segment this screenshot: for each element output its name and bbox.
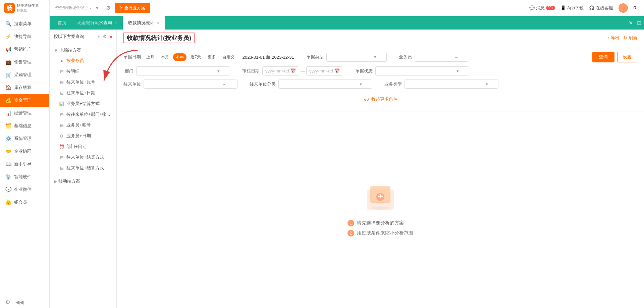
add-scheme-icon[interactable]: + (97, 34, 100, 39)
sidebar-item-wechat[interactable]: 💬 企业微信 (0, 183, 49, 196)
scheme-group-desktop-header[interactable]: ▼ 电脑端方案 (50, 45, 116, 55)
date-tab-more[interactable]: 更多 (205, 53, 218, 61)
sidebar-nav: 🔍 搜索菜单 ⚡ 快捷导航 📢 营销推广 💼 销售管理 🛒 采购管理 🏠 库存核… (0, 16, 49, 296)
tab-collection-close[interactable]: ✕ (156, 20, 160, 25)
salesperson-more-icon[interactable]: ··· (455, 55, 459, 60)
tab-collection[interactable]: 收款情况统计 ✕ (123, 16, 165, 30)
scheme-item-dept-date[interactable]: ⏰ 部门+日期 (50, 141, 116, 152)
voucher-type-arrow-icon: ▼ (373, 55, 377, 59)
sidebar-item-search[interactable]: 🔍 搜索菜单 (0, 17, 49, 30)
date-range-separator: 至 (266, 54, 270, 60)
scheme-item-detail[interactable]: ⊞ 按明细 (50, 66, 116, 77)
partner-settlement1-icon: ⊞ (59, 155, 64, 160)
page-title-bar: 收款情况统计(按业务员) ↑ 导出 ↻ 刷新 (117, 30, 644, 46)
sidebar-item-purchase[interactable]: 🛒 采购管理 (0, 68, 49, 81)
scheme-item-partner-settlement1[interactable]: ⊞ 往来单位+结算方式 (50, 152, 116, 163)
avatar[interactable] (619, 3, 628, 13)
query-button[interactable]: 查询 (592, 52, 614, 62)
empty-icon (360, 179, 400, 213)
top-header: 资金管理/现金银行 › ▼ ⚙ 体验行业方案 💬 消息 99+ 📱 App下载 … (50, 0, 644, 16)
voucher-status-select[interactable]: ▼ (375, 66, 469, 75)
scheme-item-salesperson[interactable]: ● 按业务员 (50, 55, 116, 66)
sidebar-bottom: ⚙ ◀◀ (0, 296, 49, 308)
date-tab-7days[interactable]: 近7天 (188, 53, 204, 61)
settings-scheme-icon[interactable]: ⚙ (103, 34, 107, 39)
date-range-end: 2023-12-31 (272, 55, 294, 60)
salesperson-settlement-icon: 📊 (59, 101, 64, 106)
enterprise-icon: 🤝 (5, 148, 11, 154)
sidebar-item-operation[interactable]: 📊 经营管理 (0, 107, 49, 119)
date-tab-last-month[interactable]: 上月 (144, 53, 157, 61)
sidebar-item-basic[interactable]: 🗂️ 基础信息 (0, 119, 49, 132)
sidebar-item-guide[interactable]: 📖 新手引导 (0, 158, 49, 170)
collapse-conditions-btn[interactable]: ∧∧ 收起更多条件 (123, 93, 637, 106)
date-tab-custom[interactable]: 自定义 (220, 53, 237, 61)
panel-header-icons: + ⚙ « (97, 34, 112, 39)
date-tab-this-year[interactable]: 本年 (173, 53, 186, 61)
svg-point-6 (372, 206, 389, 210)
partner-category-select[interactable]: ▼ (278, 80, 372, 89)
tab-cashflow[interactable]: 现金银行流水查询 ✕ (72, 16, 123, 30)
sidebar-item-finance[interactable]: 💰 资金管理 (0, 94, 49, 107)
hint-item-1: 1 请先选择要分析的方案 (347, 220, 413, 226)
export-action[interactable]: ↑ 导出 (607, 35, 620, 41)
settings-bottom-icon[interactable]: ⚙ (5, 299, 10, 305)
arrow-down-icon: ▼ (54, 48, 58, 53)
business-type-select[interactable]: ▼ (405, 80, 498, 89)
app-download-item[interactable]: 📱 App下载 (560, 5, 584, 11)
collapse-sidebar-icon[interactable]: ◀◀ (15, 299, 23, 305)
panel-header-title: 按以下方案查询 (54, 34, 97, 40)
review-date-end[interactable]: yyyy-mm-dd 📅 (306, 66, 343, 75)
business-type-label: 业务类型 (384, 81, 402, 87)
sidebar-item-quicknav[interactable]: ⚡ 快捷导航 (0, 30, 49, 43)
header-left: 资金管理/现金银行 › ▼ ⚙ 体验行业方案 (55, 3, 150, 13)
dept-select[interactable]: ▼ (136, 66, 230, 75)
review-date-start[interactable]: yyyy-mm-dd 📅 (262, 66, 299, 75)
sidebar-item-marketing[interactable]: 📢 营销推广 (0, 43, 49, 56)
messages-item[interactable]: 💬 消息 99+ (529, 5, 555, 11)
tab-maximize-icon[interactable]: ⊡ (637, 20, 641, 26)
filter-row-3: 往来单位 ··· 往来单位分类 ▼ (123, 80, 637, 89)
salesperson-select[interactable]: ··· (415, 53, 468, 62)
scheme-item-partner-settlement2[interactable]: ⊟ 往来单位+结算方式 (50, 163, 116, 173)
refresh-action[interactable]: ↻ 刷新 (624, 35, 637, 41)
messages-icon: 💬 (529, 5, 535, 10)
date-tab-this-month[interactable]: 本月 (158, 53, 172, 61)
scheme-item-partner-date[interactable]: ⊟ 往来单位+日期 (50, 88, 116, 98)
tab-cashflow-close[interactable]: ✕ (114, 20, 117, 25)
breadcrumb-text: 资金管理/现金银行 (55, 5, 88, 11)
sidebar-item-hardware[interactable]: 📡 智能硬件 (0, 170, 49, 183)
voucher-type-select[interactable]: ▼ (326, 53, 387, 62)
sidebar-item-enterprise[interactable]: 🤝 企业协同 (0, 145, 49, 158)
scheme-item-partner-account[interactable]: ⊟ 往来单位+账号 (50, 77, 116, 88)
breadcrumb-dropdown-icon[interactable]: ▼ (95, 5, 99, 10)
partner-dept-icon: ⊟ (59, 112, 64, 117)
system-icon: ⚙️ (5, 136, 11, 142)
filter-row-2: 部门 ▼ 审核日期 yyyy-mm-dd 📅 (123, 66, 637, 75)
sidebar-item-inventory[interactable]: 🏠 库存核算 (0, 81, 49, 94)
scheme-group-mobile-header[interactable]: ▶ 移动端方案 (50, 176, 116, 186)
hint-item-2: 2 用过滤条件来缩小分析范围 (347, 230, 413, 237)
review-date-group: yyyy-mm-dd 📅 — yyyy-mm-dd 📅 (262, 66, 343, 75)
tab-close-icon[interactable]: ✕ (629, 20, 633, 26)
scheme-item-salesperson-account[interactable]: ⊟ 业务员+账号 (50, 120, 116, 131)
sidebar-item-sales[interactable]: 💼 销售管理 (0, 56, 49, 68)
voucher-type-label: 单据类型 (306, 54, 324, 60)
sidebar-item-member[interactable]: 👑 畅会员 (0, 196, 49, 209)
scheme-item-salesperson-settlement[interactable]: 📊 业务员+结算方式 (50, 98, 116, 109)
partner-select[interactable]: ··· (144, 80, 237, 89)
scheme-item-partner-dept[interactable]: ⊟ 按往来单位+部门+收... (50, 109, 116, 120)
partner-more-icon[interactable]: ··· (221, 82, 228, 87)
online-service-item[interactable]: 🎧 在线客服 (589, 5, 613, 11)
title-actions: ↑ 导出 ↻ 刷新 (607, 35, 638, 41)
trial-button[interactable]: 体验行业方案 (115, 3, 150, 13)
purchase-icon: 🛒 (5, 72, 11, 78)
gear-icon[interactable]: ⚙ (106, 5, 111, 11)
sidebar-item-system[interactable]: ⚙️ 系统管理 (0, 132, 49, 145)
setting-button[interactable]: 设置 (617, 52, 637, 62)
search-icon: 🔍 (5, 21, 11, 27)
collapse-panel-icon[interactable]: « (110, 34, 112, 39)
scheme-item-salesperson-date[interactable]: ⚙ 业务员+日期 (50, 131, 116, 141)
tab-home[interactable]: 首页 (52, 16, 72, 30)
page-title: 收款情况统计(按业务员) (123, 33, 195, 43)
